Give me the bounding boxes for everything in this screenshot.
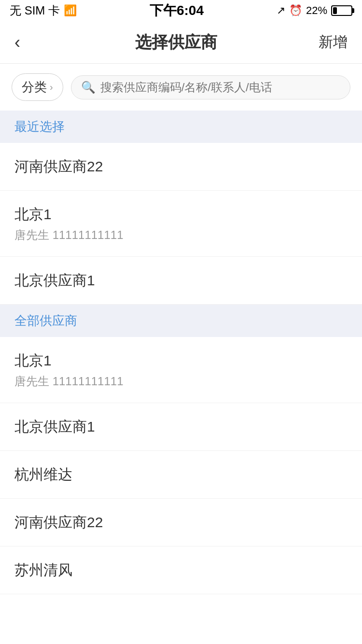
item-name: 杭州维达 (14, 464, 348, 485)
status-bar: 无 SIM 卡 📶 下午6:04 ↗ ⏰ 22% (0, 0, 362, 21)
recent-section-label: 最近选择 (14, 119, 65, 134)
item-contact: 唐先生 11111111111 (14, 227, 348, 243)
all-list: 北京1 唐先生 11111111111 北京供应商1 杭州维达 河南供应商22 … (0, 337, 362, 594)
wifi-icon: 📶 (64, 4, 77, 17)
status-left: 无 SIM 卡 📶 (10, 3, 77, 18)
search-bar: 分类 › 🔍 (0, 64, 362, 111)
list-item[interactable]: 苏州清风 (0, 546, 362, 594)
list-item[interactable]: 河南供应商22 (0, 499, 362, 546)
search-input-wrap[interactable]: 🔍 (71, 75, 350, 99)
item-contact: 唐先生 11111111111 (14, 374, 348, 389)
add-button[interactable]: 新增 (309, 32, 348, 52)
search-input[interactable] (100, 81, 340, 94)
item-name: 北京1 (14, 204, 348, 224)
status-right: ↗ ⏰ 22% (277, 4, 352, 17)
list-item[interactable]: 杭州维达 (0, 451, 362, 499)
item-name: 北京1 (14, 350, 348, 371)
item-name: 北京供应商1 (14, 270, 348, 291)
location-icon: ↗ (277, 4, 285, 17)
battery-percent: 22% (306, 4, 327, 17)
all-section-header: 全部供应商 (0, 305, 362, 337)
category-label: 分类 (22, 79, 47, 96)
item-name: 苏州清风 (14, 560, 348, 580)
list-item[interactable]: 北京供应商1 (0, 257, 362, 305)
category-button[interactable]: 分类 › (12, 73, 63, 101)
back-button[interactable]: ‹ (14, 32, 43, 53)
alarm-icon: ⏰ (289, 4, 302, 17)
battery-icon (331, 5, 352, 16)
item-name: 北京供应商1 (14, 417, 348, 437)
list-item[interactable]: 北京供应商1 (0, 403, 362, 451)
list-item[interactable]: 北京1 唐先生 11111111111 (0, 191, 362, 257)
page-title: 选择供应商 (135, 31, 217, 54)
list-item[interactable]: 河南供应商22 (0, 143, 362, 191)
sim-label: 无 SIM 卡 (10, 3, 60, 18)
nav-bar: ‹ 选择供应商 新增 (0, 21, 362, 64)
recent-list: 河南供应商22 北京1 唐先生 11111111111 北京供应商1 (0, 143, 362, 305)
item-name: 河南供应商22 (14, 156, 348, 177)
search-icon: 🔍 (81, 81, 96, 94)
recent-section-header: 最近选择 (0, 111, 362, 143)
item-name: 河南供应商22 (14, 512, 348, 532)
chevron-right-icon: › (50, 82, 53, 93)
status-time: 下午6:04 (150, 1, 204, 20)
all-section-label: 全部供应商 (14, 313, 77, 328)
list-item[interactable]: 北京1 唐先生 11111111111 (0, 337, 362, 403)
